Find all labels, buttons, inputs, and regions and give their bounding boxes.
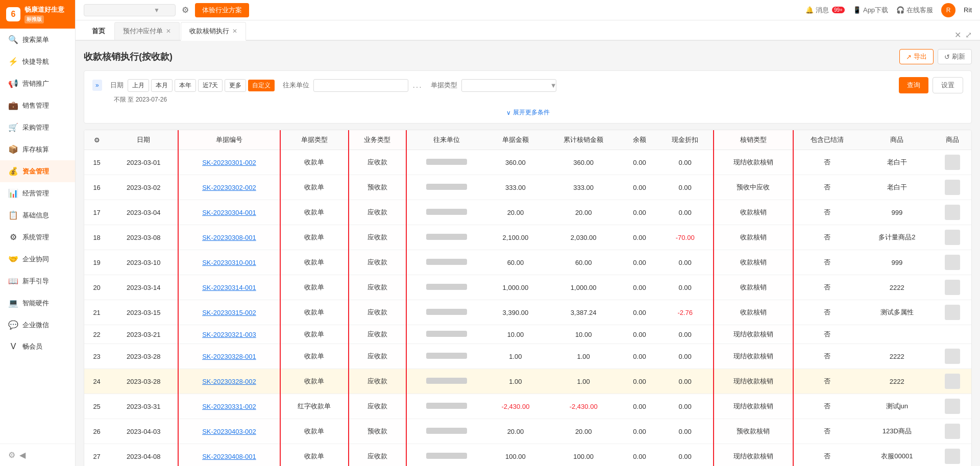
sidebar-item-1[interactable]: ⚡ 快捷导航 (0, 51, 75, 72)
sidebar-item-9[interactable]: ⚙ 系统管理 (0, 226, 75, 248)
query-btn[interactable]: 查询 (899, 77, 928, 93)
sidebar-collapse-icon[interactable]: ◀ (19, 450, 26, 460)
voucher-no-link-7[interactable]: SK-20230321-003 (202, 331, 256, 338)
cell-product-6: 测试多属性 (861, 300, 934, 325)
cell-partner-8 (406, 344, 486, 369)
voucher-no-link-0[interactable]: SK-20230301-002 (202, 159, 256, 166)
voucher-type-label: 单据类型 (431, 81, 457, 90)
notification-btn[interactable]: 🔔 消息 99+ (805, 6, 845, 15)
sidebar-gear-icon[interactable]: ⚙ (8, 450, 15, 460)
cell-amount-10: -2,430.00 (486, 394, 545, 419)
th-write-off-type: 核销类型 (714, 130, 793, 150)
date-pill-more[interactable]: 更多 (225, 79, 246, 92)
date-pill-this-month[interactable]: 本月 (151, 79, 173, 92)
voucher-no-link-4[interactable]: SK-20230310-001 (202, 259, 256, 266)
topbar-settings-icon[interactable]: ⚙ (182, 5, 189, 15)
cell-verified-0: 360.00 (545, 150, 622, 175)
date-pill-custom[interactable]: 自定义 (248, 80, 275, 91)
sidebar-item-5[interactable]: 📦 库存核算 (0, 138, 75, 160)
date-pill-this-year[interactable]: 本年 (175, 79, 196, 92)
cell-balance-10: 0.00 (622, 394, 657, 419)
sidebar-item-2[interactable]: 📢 营销推广 (0, 72, 75, 94)
filter-expand-btn[interactable]: » (92, 80, 102, 91)
voucher-no-link-2[interactable]: SK-20230304-001 (202, 209, 256, 216)
th-verified-amount: 累计核销金额 (545, 130, 622, 150)
topbar-search-input[interactable]: ▼ (84, 4, 176, 16)
cell-product2-8 (934, 344, 971, 369)
search-text-input[interactable] (89, 7, 151, 14)
voucher-no-link-5[interactable]: SK-20230314-001 (202, 284, 256, 291)
cell-settled-12: 否 (793, 444, 861, 467)
partner-filter-input[interactable] (313, 79, 408, 92)
sidebar-item-0[interactable]: 🔍 搜索菜单 (0, 29, 75, 51)
filter-bar: » 日期 上月 本月 本年 近7天 更多 自定义 往来单位 ... (84, 70, 972, 124)
mobile-icon: 📱 (853, 6, 861, 14)
cell-voucher-type-5: 收款单 (280, 275, 349, 300)
voucher-no-link-9[interactable]: SK-20230328-002 (202, 378, 256, 385)
voucher-no-link-6[interactable]: SK-20230315-002 (202, 309, 256, 316)
refresh-btn[interactable]: ↺ 刷新 (938, 49, 972, 64)
sidebar-item-10[interactable]: 🤝 企业协同 (0, 248, 75, 270)
cell-settled-11: 否 (793, 419, 861, 444)
date-pill-7days[interactable]: 近7天 (198, 79, 223, 92)
cell-write-off-type-12: 现结收款核销 (714, 444, 793, 467)
cell-balance-9: 0.00 (622, 369, 657, 394)
cell-voucher-no-4: SK-20230310-001 (178, 250, 280, 275)
online-service-btn[interactable]: 🎧 在线客服 (896, 6, 933, 15)
sidebar-item-6[interactable]: 💰 资金管理 (0, 160, 75, 182)
tab-collection[interactable]: 收款核销执行 ✕ (181, 22, 246, 41)
sidebar-item-label-7: 经营管理 (22, 189, 49, 198)
app-download-btn[interactable]: 📱 App下载 (853, 6, 888, 15)
tab-home[interactable]: 首页 (84, 22, 113, 40)
sidebar-item-icon-1: ⚡ (8, 57, 18, 66)
tab-close-all-btn[interactable]: ✕ (954, 30, 961, 40)
export-btn[interactable]: ↗ 导出 (899, 49, 934, 64)
column-settings-icon[interactable]: ⚙ (94, 136, 100, 144)
sidebar-item-11[interactable]: 📖 新手引导 (0, 270, 75, 292)
cell-product-2: 999 (861, 200, 934, 225)
voucher-no-link-10[interactable]: SK-20230331-002 (202, 403, 256, 410)
tab-prepay-close-icon[interactable]: ✕ (166, 28, 171, 35)
cell-discount-6: -2.76 (657, 300, 714, 325)
filter-settings-btn[interactable]: 设置 (933, 77, 963, 93)
cell-product2-4 (934, 250, 971, 275)
tab-prepay[interactable]: 预付冲应付单 ✕ (114, 22, 180, 40)
date-pill-last-month[interactable]: 上月 (128, 79, 149, 92)
cell-date-5: 2023-03-14 (109, 275, 178, 300)
cell-voucher-type-1: 收款单 (280, 175, 349, 200)
sidebar-item-7[interactable]: 📊 经营管理 (0, 182, 75, 204)
cell-amount-4: 60.00 (486, 250, 545, 275)
cell-amount-2: 20.00 (486, 200, 545, 225)
cell-no-11: 26 (84, 419, 109, 444)
cell-product2-1 (934, 175, 971, 200)
voucher-no-link-11[interactable]: SK-20230403-002 (202, 428, 256, 435)
tab-expand-btn[interactable]: ⤢ (965, 30, 972, 40)
solution-btn[interactable]: 体验行业方案 (195, 3, 249, 17)
voucher-type-input[interactable] (461, 79, 556, 92)
cell-amount-1: 333.00 (486, 175, 545, 200)
sidebar-item-3[interactable]: 💼 销售管理 (0, 94, 75, 116)
partner-filter: 往来单位 ... (283, 79, 422, 92)
cell-discount-2: 0.00 (657, 200, 714, 225)
voucher-no-link-3[interactable]: SK-20230308-001 (202, 234, 256, 241)
voucher-no-link-12[interactable]: SK-20230408-001 (202, 453, 256, 460)
sidebar-nav: 🔍 搜索菜单 ⚡ 快捷导航 📢 营销推广 💼 销售管理 🛒 采购管理 📦 库存核… (0, 29, 75, 357)
cell-product2-0 (934, 150, 971, 175)
cell-no-7: 22 (84, 325, 109, 344)
expand-more-btn[interactable]: ∨ 展开更多条件 (506, 108, 550, 117)
cell-voucher-type-6: 收款单 (280, 300, 349, 325)
sidebar-item-12[interactable]: 💻 智能硬件 (0, 292, 75, 314)
tab-collection-close-icon[interactable]: ✕ (232, 28, 237, 35)
cell-settled-6: 否 (793, 300, 861, 325)
sidebar-item-14[interactable]: V 畅会员 (0, 336, 75, 357)
sidebar-item-8[interactable]: 📋 基础信息 (0, 204, 75, 226)
date-filter: 日期 上月 本月 本年 近7天 更多 自定义 (110, 79, 275, 92)
sidebar-item-4[interactable]: 🛒 采购管理 (0, 116, 75, 138)
cell-write-off-type-5: 收款核销 (714, 275, 793, 300)
voucher-no-link-1[interactable]: SK-20230302-002 (202, 184, 256, 191)
page-title-bar: 收款核销执行(按收款) ↗ 导出 ↺ 刷新 (84, 49, 972, 64)
cell-date-4: 2023-03-10 (109, 250, 178, 275)
sidebar-item-13[interactable]: 💬 企业微信 (0, 314, 75, 336)
table-row: 17 2023-03-04 SK-20230304-001 收款单 应收款 20… (84, 200, 971, 225)
voucher-no-link-8[interactable]: SK-20230328-001 (202, 353, 256, 360)
